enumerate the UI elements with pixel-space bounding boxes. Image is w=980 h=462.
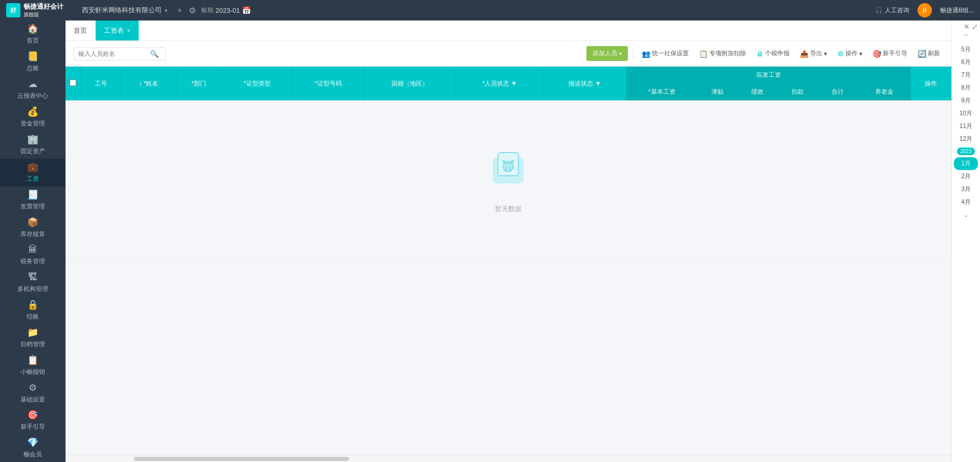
rp-month-4[interactable]: 4月 <box>952 196 980 208</box>
empty-text: 暂无数据 <box>495 204 521 214</box>
sidebar-item-multi-org[interactable]: 🏗 多机构管理 <box>0 269 66 296</box>
rp-month-12[interactable]: 12月 <box>952 133 980 145</box>
period-label: 账期 <box>201 6 213 15</box>
empty-illustration <box>483 145 534 196</box>
operation-icon: ⚙ <box>837 50 844 58</box>
export-label: 导出 <box>810 49 822 58</box>
rp-scroll-up[interactable]: ⌃ <box>952 31 980 43</box>
refresh-label: 刷新 <box>928 49 940 58</box>
ledger-icon: 📒 <box>27 51 38 62</box>
search-wrapper[interactable]: 🔍 <box>74 47 166 60</box>
sidebar-item-label: 多机构管理 <box>17 285 48 293</box>
rp-month-8[interactable]: 8月 <box>952 81 980 94</box>
sidebar-item-settings[interactable]: ⚙ 基础设置 <box>0 379 66 407</box>
sidebar-item-ledger[interactable]: 📒 总账 <box>0 48 66 76</box>
settings-sidebar-icon: ⚙ <box>29 382 37 393</box>
scroll-thumb[interactable] <box>134 457 349 461</box>
tab-close-icon[interactable]: × <box>127 27 130 34</box>
th-name[interactable]: ↕ *姓名 <box>121 67 176 100</box>
sidebar-item-guide[interactable]: 🎯 新手引导 <box>0 407 66 434</box>
avatar: B <box>918 3 932 17</box>
chevron-down-rp-icon: ⌄ <box>963 211 969 219</box>
tax-icon: 🏛 <box>28 244 37 255</box>
select-all-header[interactable] <box>66 67 81 100</box>
select-all-checkbox[interactable] <box>70 79 76 86</box>
social-security-icon: 👥 <box>642 50 650 58</box>
special-deduction-button[interactable]: 📋 专项附加扣除 <box>696 47 749 60</box>
rp-month-9[interactable]: 9月 <box>952 94 980 107</box>
rp-expand-icon[interactable]: ⤢ <box>972 23 978 31</box>
sidebar-item-home[interactable]: 🏠 首页 <box>0 20 66 48</box>
sidebar: 🏠 首页 📒 总账 ☁ 云报表中心 💰 资金管理 🏢 固定资产 💼 工资 🧾 发… <box>0 20 66 462</box>
th-person-status[interactable]: *人员状态 ▼ <box>456 67 543 100</box>
sidebar-item-payroll[interactable]: 💼 工资 <box>0 159 66 186</box>
rp-month-5[interactable]: 5月 <box>952 43 980 56</box>
th-payable-wages-group: 应发工资 <box>626 67 911 83</box>
export-button[interactable]: 📤 导出 ▾ <box>797 47 830 60</box>
headset-icon: 🎧 <box>875 7 883 14</box>
toolbar-right: 添加人员 ▾ 👥 统一社保设置 📋 专项附加扣除 🖥 个税申报 📤 <box>586 46 943 61</box>
operation-button[interactable]: ⚙ 操作 ▾ <box>834 47 865 60</box>
sidebar-item-funds[interactable]: 💰 资金管理 <box>0 103 66 131</box>
tab-home[interactable]: 首页 <box>66 20 96 40</box>
chevron-up-icon: ⌃ <box>963 33 969 41</box>
rp-month-7[interactable]: 7月 <box>952 69 980 81</box>
multi-org-icon: 🏗 <box>28 272 37 283</box>
th-report-status[interactable]: 报送状态 ▼ <box>543 67 626 100</box>
search-input[interactable] <box>78 50 150 57</box>
guide-icon: 🎯 <box>27 409 38 421</box>
rp-month-2[interactable]: 2月 <box>952 170 980 183</box>
rp-close-icon[interactable]: ✕ <box>964 23 970 31</box>
social-security-button[interactable]: 👥 统一社保设置 <box>639 47 692 60</box>
assets-icon: 🏢 <box>27 134 38 145</box>
calendar-icon[interactable]: 📅 <box>242 6 251 14</box>
empty-cell: 暂无数据 <box>66 100 951 259</box>
tax-label: 个税申报 <box>765 49 790 58</box>
sidebar-item-tax[interactable]: 🏛 税务管理 <box>0 242 66 269</box>
add-person-button[interactable]: 添加人员 ▾ <box>586 46 628 61</box>
add-icon[interactable]: ＋ <box>176 5 184 16</box>
company-selector[interactable]: 西安虾米网络科技有限公司 ▾ <box>82 6 167 15</box>
sidebar-item-cloud-report[interactable]: ☁ 云报表中心 <box>0 76 66 103</box>
th-cert-no: *证型号码 <box>293 67 364 100</box>
sidebar-item-invoice[interactable]: 🧾 发票管理 <box>0 186 66 214</box>
main-layout: 🏠 首页 📒 总账 ☁ 云报表中心 💰 资金管理 🏢 固定资产 💼 工资 🧾 发… <box>0 20 980 462</box>
sidebar-item-inventory[interactable]: 📦 库存核算 <box>0 214 66 242</box>
rp-month-10[interactable]: 10月 <box>952 107 980 120</box>
divider <box>633 49 634 59</box>
invoice-icon: 🧾 <box>27 189 38 200</box>
rp-scroll-down[interactable]: ⌄ <box>952 208 980 221</box>
period-value: 2023-01 <box>215 7 240 14</box>
th-deduction: 扣款 <box>777 83 817 100</box>
th-operation: 操作 <box>911 67 951 100</box>
add-person-label: 添加人员 <box>593 49 617 58</box>
sidebar-item-assets[interactable]: 🏢 固定资产 <box>0 131 66 159</box>
service-button[interactable]: 🎧 人工咨询 <box>875 6 909 15</box>
svg-rect-8 <box>511 160 514 162</box>
rp-month-3[interactable]: 3月 <box>952 183 980 196</box>
sidebar-item-vip[interactable]: 💎 畅会员 <box>0 434 66 462</box>
dropdown-arrow-icon: ▾ <box>619 51 622 56</box>
sidebar-item-expense[interactable]: 📋 小畅报销 <box>0 351 66 379</box>
rp-month-11[interactable]: 11月 <box>952 120 980 133</box>
tax-button[interactable]: 🖥 个税申报 <box>753 47 793 60</box>
chevron-down-icon[interactable]: ▾ <box>165 8 167 13</box>
cloud-icon: ☁ <box>28 78 37 90</box>
th-department: *部门 <box>176 67 221 100</box>
rp-month-1[interactable]: 1月 <box>954 157 978 170</box>
sidebar-item-label: 归档管理 <box>20 340 45 349</box>
sidebar-item-archive[interactable]: 📁 归档管理 <box>0 324 66 351</box>
sidebar-item-close-account[interactable]: 🔒 结账 <box>0 296 66 324</box>
sidebar-item-label: 首页 <box>27 36 39 45</box>
funds-icon: 💰 <box>27 106 38 117</box>
guide-button[interactable]: 🎯 新手引导 <box>869 47 910 60</box>
refresh-button[interactable]: 🔄 刷新 <box>914 47 943 60</box>
rp-month-6[interactable]: 6月 <box>952 56 980 69</box>
scroll-bar-area[interactable] <box>66 455 951 462</box>
tab-payroll[interactable]: 工资表 × <box>96 20 139 40</box>
payroll-icon: 💼 <box>27 161 38 173</box>
guide-action-icon: 🎯 <box>873 50 881 58</box>
settings-icon[interactable]: ⚙ <box>189 6 196 15</box>
rp-header: ✕ ⤢ <box>952 20 980 31</box>
sidebar-item-label: 固定资产 <box>20 147 45 156</box>
